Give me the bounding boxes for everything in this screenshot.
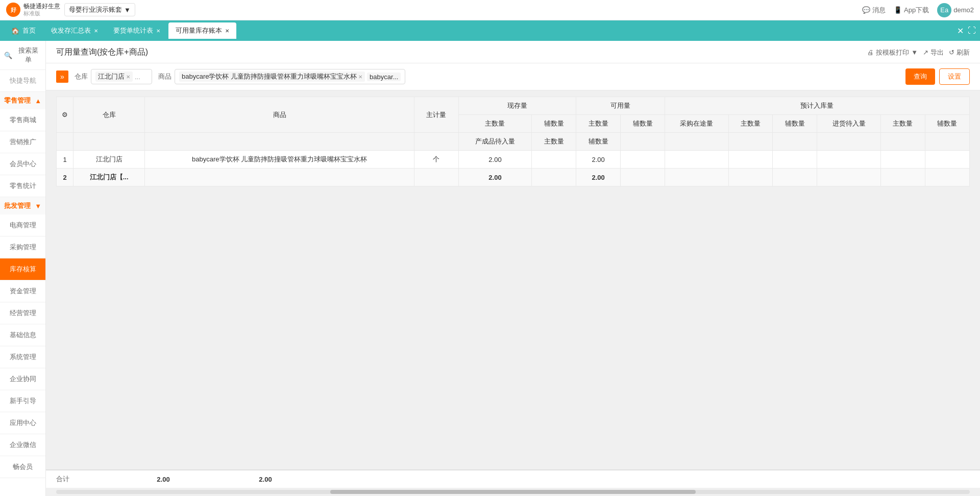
sidebar-item-retail-shop[interactable]: 零售商城 [0,109,45,131]
tab-receipts[interactable]: 收发存汇总表 ✕ [44,22,105,39]
tab-orders[interactable]: 要货单统计表 ✕ [106,22,167,39]
table-footer: 合计 2.00 2.00 [46,469,980,488]
cell-curr-aux-1 [532,151,576,169]
chevron-down-icon: ▼ [124,6,131,14]
print-btn[interactable]: 🖨 按模板打印 ▼ [867,48,918,57]
th-empty3 [728,133,773,151]
warehouse-tag-remove[interactable]: ✕ [126,74,130,80]
footer-label: 合计 [56,475,138,484]
tab-orders-close[interactable]: ✕ [156,28,160,34]
industry-selector[interactable]: 母婴行业演示账套 ▼ [64,3,135,16]
cell-avail-aux-1 [621,151,665,169]
cell-curr-main-1: 2.00 [458,151,531,169]
th-warehouse-sub [74,133,145,151]
export-btn[interactable]: ↗ 导出 [923,48,944,57]
th-empty7 [925,133,969,151]
warehouse-more[interactable]: ... [135,73,140,81]
message-btn[interactable]: 💬 消息 [862,6,886,15]
cell-arr-main-1 [773,151,817,169]
product-tag1-remove[interactable]: ✕ [358,74,362,80]
th-product-incoming: 产成品待入量 [458,133,531,151]
th-current-main-qty: 主数量 [458,115,531,133]
th-unit: 主计量 [414,97,458,133]
app-download-btn[interactable]: 📱 App下载 [894,6,929,15]
sidebar-item-ecom-mgmt[interactable]: 电商管理 [0,215,45,237]
cell-avail-aux-2 [621,169,665,186]
logo-subtext: 标准版 [23,10,60,17]
refresh-btn[interactable]: ↺ 刷新 [949,48,970,57]
tab-orders-label: 要货单统计表 [113,26,153,35]
footer-available-main: 2.00 [240,476,291,483]
th-planned-incoming: 预计入库量 [665,97,969,115]
th-empty4 [773,133,817,151]
query-button[interactable]: 查询 [905,68,935,85]
sidebar-item-finance-mgmt[interactable]: 资金管理 [0,280,45,302]
scroll-thumb[interactable] [330,490,696,494]
sidebar-item-marketing[interactable]: 营销推广 [0,131,45,153]
product-input[interactable]: babycare学饮杯 儿童防摔防撞吸管杯重力球吸嘴杯宝宝水杯 ✕ babyca… [175,69,405,84]
cell-pur-aux-1 [728,151,773,169]
message-icon: 💬 [862,6,870,14]
warehouse-input[interactable]: 江北门店 ✕ ... [91,69,152,84]
top-bar-left: 好 畅捷通好生意 标准版 母婴行业演示账套 ▼ [6,3,135,17]
expand-filter-btn[interactable]: » [56,70,68,83]
sidebar-quick-nav[interactable]: 快捷导航 [0,70,45,92]
sidebar-item-basic-info[interactable]: 基础信息 [0,324,45,346]
th-arrival-label: 进货待入量 [817,115,881,133]
scroll-track [56,490,970,494]
cell-pur-aux-2 [728,169,773,186]
table-row: 2 江北门店【... 2.00 2.00 [57,169,970,186]
th-unit-sub [414,133,458,151]
cell-product-1: babycare学饮杯 儿童防摔防撞吸管杯重力球吸嘴杯宝宝水杯 [145,151,414,169]
sidebar-item-corp-wechat[interactable]: 企业微信 [0,434,45,456]
sidebar-item-wholesale-mgmt[interactable]: 批发管理 ▼ [0,197,45,215]
sidebar-label-wholesale-mgmt: 批发管理 [4,201,31,210]
cell-avail-main-2: 2.00 [576,169,621,186]
product-tag2: babycar... [367,73,401,81]
home-icon: 🏠 [11,27,19,35]
cell-index-2: 2 [57,169,74,186]
sidebar-item-corp-collab[interactable]: 企业协同 [0,368,45,390]
tab-receipts-close[interactable]: ✕ [94,28,98,34]
th-available: 可用量 [576,97,665,115]
table-container: ⚙ 仓库 商品 主计量 现存量 可用量 预计入库量 主数量 辅数量 主数量 辅数… [46,90,980,469]
product-filter-group: 商品 babycare学饮杯 儿童防摔防撞吸管杯重力球吸嘴杯宝宝水杯 ✕ bab… [158,69,405,84]
cell-avail-main-1: 2.00 [576,151,621,169]
settings-button[interactable]: 设置 [939,68,970,85]
sidebar-item-retail-stats[interactable]: 零售统计 [0,175,45,197]
tab-inventory-label: 可用量库存账本 [176,26,222,35]
sidebar-item-ops-mgmt[interactable]: 经营管理 [0,302,45,324]
sidebar-item-app-center[interactable]: 应用中心 [0,412,45,434]
fullscreen-btn[interactable]: ⛶ [968,26,976,35]
user-menu[interactable]: Ea demo2 [937,3,974,17]
sidebar-item-retail-mgmt[interactable]: 零售管理 ▲ [0,92,45,109]
sidebar-item-system-mgmt[interactable]: 系统管理 [0,346,45,368]
th-product-aux: 辅数量 [576,133,621,151]
filter-bar: » 仓库 江北门店 ✕ ... 商品 babycare学饮杯 儿童防摔防撞吸管杯… [46,63,980,90]
content-area: 可用量查询(按仓库+商品) 🖨 按模板打印 ▼ ↗ 导出 ↺ 刷新 [46,41,980,496]
product-label: 商品 [158,72,172,81]
tab-inventory[interactable]: 可用量库存账本 ✕ [168,22,236,39]
sidebar-item-vip[interactable]: 畅会员 [0,456,45,478]
th-settings[interactable]: ⚙ [57,97,74,133]
tab-home-label: 首页 [22,26,36,35]
sidebar: 🔍 搜索菜单 快捷导航 零售管理 ▲ 零售商城 营销推广 会员中心 零售统计 批… [0,41,46,496]
cell-pur-main-2 [665,169,728,186]
logo-text-block: 畅捷通好生意 标准版 [23,3,60,17]
logo-text: 畅捷通好生意 [23,3,60,10]
sidebar-item-new-guide[interactable]: 新手引导 [0,390,45,412]
cell-unit-2 [414,169,458,186]
close-all-tabs-btn[interactable]: ✕ [957,26,964,36]
sidebar-item-inventory-check[interactable]: 库存核算 [0,258,45,280]
horizontal-scrollbar[interactable] [46,488,980,496]
th-current-aux-qty: 辅数量 [532,115,576,133]
app-icon: 📱 [894,6,902,14]
cell-curr-main-2: 2.00 [458,169,531,186]
search-icon: 🔍 [4,52,12,59]
tab-inventory-close[interactable]: ✕ [225,28,229,34]
sidebar-item-member-center[interactable]: 会员中心 [0,153,45,175]
tab-home[interactable]: 🏠 首页 [4,22,43,39]
sidebar-item-purchase-mgmt[interactable]: 采购管理 [0,237,45,258]
th-empty1 [621,133,665,151]
sidebar-search[interactable]: 🔍 搜索菜单 [0,41,45,70]
